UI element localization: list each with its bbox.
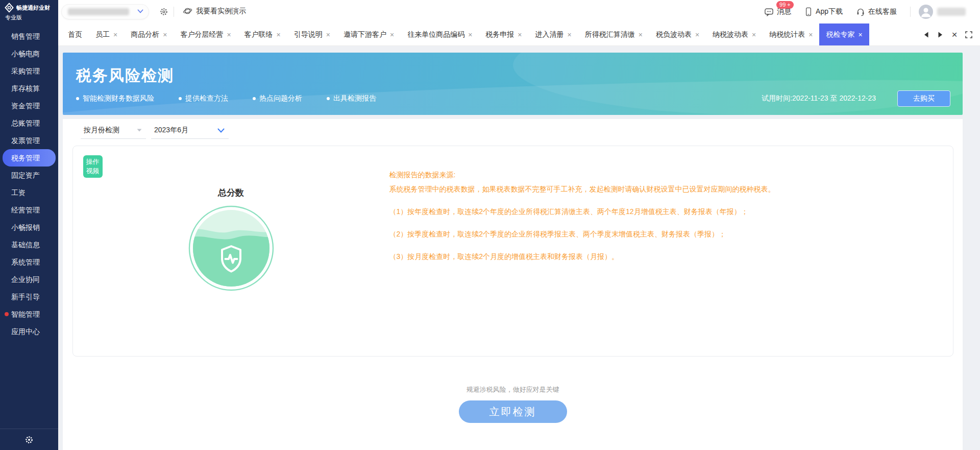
tab[interactable]: 员工× xyxy=(89,23,124,45)
period-select[interactable]: 2023年6月 xyxy=(151,123,229,139)
sidebar-item[interactable]: 库存核算 xyxy=(0,80,58,97)
detect-mode-select[interactable]: 按月份检测 xyxy=(81,123,146,139)
brand-logo-block: 畅捷通好业财 专业版 xyxy=(0,0,58,23)
banner-feature: 出具检测报告 xyxy=(327,94,376,103)
demo-link[interactable]: 我要看实例演示 xyxy=(183,6,246,16)
close-tab-icon[interactable]: × xyxy=(468,31,472,38)
topbar-right-cluster: 消息 99 + App下载 在线客服 xyxy=(764,0,980,23)
sidebar-item[interactable]: 资金管理 xyxy=(0,97,58,114)
sidebar-item[interactable]: 系统管理 xyxy=(0,253,58,271)
sidebar-item-label: 新手引导 xyxy=(11,293,40,301)
tab[interactable]: 客户联络× xyxy=(238,23,287,45)
tab[interactable]: 所得税汇算清缴× xyxy=(578,23,649,45)
user-account[interactable] xyxy=(919,5,966,19)
fullscreen-button[interactable] xyxy=(962,23,976,46)
buy-button[interactable]: 去购买 xyxy=(897,90,950,107)
tab[interactable]: 客户分层经营× xyxy=(174,23,237,45)
data-source-notice: 检测报告的数据来源: 系统税务管理中的税表数据，如果税表数据不完整可手工补充，发… xyxy=(389,146,953,356)
close-tab-icon[interactable]: × xyxy=(568,31,572,38)
close-tab-icon[interactable]: × xyxy=(639,31,643,38)
notice-line: 系统税务管理中的税表数据，如果税表数据不完整可手工补充，发起检测时请确认财税设置… xyxy=(389,182,922,196)
sidebar-item[interactable]: 智能管理 xyxy=(0,305,58,323)
sidebar-item[interactable]: 企业协同 xyxy=(0,271,58,288)
tab-strip: 首页员工×商品分析×客户分层经营×客户联络×引导说明×邀请下游客户×往来单位商品… xyxy=(58,23,919,45)
tab[interactable]: 税负波动表× xyxy=(649,23,706,45)
scroll-tabs-left-button[interactable] xyxy=(919,23,933,46)
close-tab-icon[interactable]: × xyxy=(326,31,330,38)
mobile-phone-icon xyxy=(804,7,813,16)
tab[interactable]: 首页 xyxy=(61,23,89,45)
tab[interactable]: 往来单位商品编码× xyxy=(401,23,479,45)
tutorial-video-button[interactable]: 操作 视频 xyxy=(83,155,103,178)
messages-label: 消息 xyxy=(777,7,791,16)
messages-button[interactable]: 消息 99 + xyxy=(764,7,791,17)
close-tab-icon[interactable]: × xyxy=(113,31,117,38)
app-download-button[interactable]: App下载 xyxy=(804,7,843,16)
caret-down-icon xyxy=(137,129,142,132)
tab[interactable]: 进入清册× xyxy=(529,23,578,45)
scroll-tabs-right-button[interactable] xyxy=(933,23,947,46)
arrow-left-icon xyxy=(924,32,928,38)
close-all-tabs-button[interactable]: × xyxy=(947,23,962,46)
tab[interactable]: 纳税波动表× xyxy=(706,23,763,45)
sidebar-item-label: 小畅报销 xyxy=(11,223,40,231)
chevron-down-icon[interactable] xyxy=(137,8,144,15)
score-gauge-section: 总分数 xyxy=(73,146,389,356)
tab[interactable]: 税检专家× xyxy=(819,23,869,45)
filters-row: 按月份检测 2023年6月 xyxy=(63,119,963,139)
notice-line: （3）按月度检查时，取连续2个月度的增值税主表和财务报表（月报）。 xyxy=(389,249,922,264)
start-detection-button[interactable]: 立即检测 xyxy=(459,400,567,423)
notice-title: 检测报告的数据来源: xyxy=(389,168,922,182)
tab[interactable]: 税务申报× xyxy=(479,23,528,45)
sidebar-item-label: 资金管理 xyxy=(11,102,40,110)
sidebar-item[interactable]: 工资 xyxy=(0,184,58,201)
fullscreen-icon xyxy=(965,31,972,38)
sidebar-item[interactable]: 小畅报销 xyxy=(0,219,58,236)
company-selector[interactable] xyxy=(61,4,149,19)
tab-controls: × xyxy=(919,23,980,45)
tab-label: 所得税汇算清缴 xyxy=(585,30,635,39)
trial-period-text: 试用时间:2022-11-23 至 2022-12-23 xyxy=(762,94,876,103)
tax-risk-banner: 税务风险检测 智能检测财务数据风险提供检查方法热点问题分析出具检测报告 试用时间… xyxy=(63,53,963,115)
close-tab-icon[interactable]: × xyxy=(752,31,756,38)
close-tab-icon[interactable]: × xyxy=(277,31,281,38)
close-tab-icon[interactable]: × xyxy=(858,31,862,38)
sidebar-item[interactable]: 小畅电商 xyxy=(0,45,58,62)
sidebar-item-label: 系统管理 xyxy=(11,258,40,266)
tab[interactable]: 纳税统计表× xyxy=(763,23,819,45)
period-value: 2023年6月 xyxy=(154,126,188,135)
sidebar-item[interactable]: 应用中心 xyxy=(0,323,58,340)
tab-label: 税负波动表 xyxy=(656,30,692,39)
tab-label: 进入清册 xyxy=(535,30,564,39)
sidebar-item-label: 小畅电商 xyxy=(11,50,40,58)
sidebar-item[interactable]: 总账管理 xyxy=(0,114,58,132)
close-tab-icon[interactable]: × xyxy=(390,31,394,38)
close-tab-icon[interactable]: × xyxy=(163,31,167,38)
tab[interactable]: 商品分析× xyxy=(124,23,174,45)
close-tab-icon[interactable]: × xyxy=(695,31,699,38)
sidebar-item[interactable]: 基础信息 xyxy=(0,236,58,253)
close-tab-icon[interactable]: × xyxy=(808,31,813,38)
sidebar-item[interactable]: 发票管理 xyxy=(0,132,58,149)
tab-label: 引导说明 xyxy=(294,30,323,39)
sidebar-item[interactable]: 新手引导 xyxy=(0,288,58,305)
company-name-redacted xyxy=(68,8,129,15)
sidebar-item[interactable]: 经营管理 xyxy=(0,201,58,219)
close-tab-icon[interactable]: × xyxy=(227,31,231,38)
tab-label: 税检专家 xyxy=(826,30,854,39)
sidebar-settings-button[interactable] xyxy=(0,429,58,450)
tab[interactable]: 引导说明× xyxy=(287,23,337,45)
gauge-circle-icon xyxy=(188,205,275,292)
close-tab-icon[interactable]: × xyxy=(518,31,522,38)
sidebar-item-label: 工资 xyxy=(11,188,26,197)
tab-label: 税务申报 xyxy=(485,30,514,39)
content-area: 税务风险检测 智能检测财务数据风险提供检查方法热点问题分析出具检测报告 试用时间… xyxy=(58,46,980,450)
sidebar-item-label: 企业协同 xyxy=(11,275,40,283)
sidebar-item[interactable]: 固定资产 xyxy=(0,167,58,184)
gear-icon[interactable] xyxy=(159,7,168,16)
tab[interactable]: 邀请下游客户× xyxy=(337,23,401,45)
online-support-button[interactable]: 在线客服 xyxy=(856,7,897,16)
sidebar-item[interactable]: 税务管理 xyxy=(3,149,56,167)
sidebar-item[interactable]: 采购管理 xyxy=(0,62,58,80)
sidebar-item[interactable]: 销售管理 xyxy=(0,28,58,45)
